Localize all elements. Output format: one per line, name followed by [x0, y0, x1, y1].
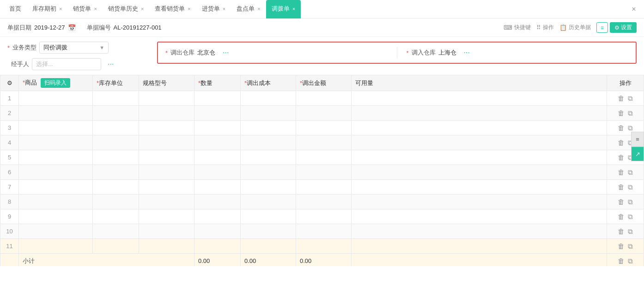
row-qty[interactable] [194, 106, 241, 121]
row-cost[interactable] [241, 224, 296, 239]
row-amount[interactable] [296, 135, 352, 150]
row-qty[interactable] [194, 135, 241, 150]
row-unit[interactable] [93, 224, 139, 239]
row-unit[interactable] [93, 91, 139, 106]
row-qty[interactable] [194, 195, 241, 209]
target-warehouse-more-icon[interactable]: ··· [464, 49, 470, 57]
row-spec[interactable] [139, 91, 194, 106]
row-amount[interactable] [296, 106, 352, 121]
row-qty[interactable] [194, 121, 241, 135]
row-unit[interactable] [93, 180, 139, 195]
copy-row-icon[interactable]: ⧉ [627, 183, 634, 191]
row-cost[interactable] [241, 135, 296, 150]
col-settings[interactable]: ⚙ [0, 75, 19, 91]
subtotal-copy-icon[interactable]: ⧉ [627, 257, 634, 265]
delete-row-icon[interactable]: 🗑 [617, 227, 626, 235]
tab-purchase[interactable]: 进货单 × [196, 0, 231, 18]
row-cost[interactable] [241, 180, 296, 195]
row-cost[interactable] [241, 165, 296, 180]
close-icon[interactable]: × [59, 6, 62, 12]
delete-row-icon[interactable]: 🗑 [617, 213, 626, 220]
tab-transfer[interactable]: 调拨单 × [266, 0, 301, 18]
row-product[interactable] [19, 195, 93, 209]
row-qty[interactable] [194, 209, 241, 224]
delete-row-icon[interactable]: 🗑 [617, 124, 626, 132]
row-cost[interactable] [241, 91, 296, 106]
row-product[interactable] [19, 165, 93, 180]
row-cost[interactable] [241, 150, 296, 165]
row-product[interactable] [19, 209, 93, 224]
row-spec[interactable] [139, 209, 194, 224]
tab-sales[interactable]: 销货单 × [67, 0, 102, 18]
row-spec[interactable] [139, 106, 194, 121]
tab-bar-close-btn[interactable]: × [627, 3, 640, 16]
close-icon[interactable]: × [223, 6, 225, 12]
row-spec[interactable] [139, 195, 194, 209]
copy-row-icon[interactable]: ⧉ [627, 242, 634, 250]
subtotal-delete-icon[interactable]: 🗑 [617, 257, 626, 265]
row-qty[interactable] [194, 180, 241, 195]
row-unit[interactable] [93, 150, 139, 165]
copy-row-icon[interactable]: ⧉ [627, 124, 634, 132]
row-spec[interactable] [139, 165, 194, 180]
close-icon[interactable]: × [257, 6, 260, 12]
row-cost[interactable] [241, 195, 296, 209]
row-unit[interactable] [93, 195, 139, 209]
copy-row-icon[interactable]: ⧉ [627, 109, 634, 117]
tab-inventory[interactable]: 盘点单 × [231, 0, 266, 18]
row-product[interactable] [19, 135, 93, 150]
close-icon[interactable]: × [188, 6, 190, 12]
row-qty[interactable] [194, 224, 241, 239]
scan-btn[interactable]: 扫码录入 [41, 78, 70, 88]
close-icon[interactable]: × [141, 6, 144, 12]
business-type-select[interactable]: 同价调拨 ▼ [39, 42, 109, 54]
calendar-icon[interactable]: 📅 [68, 24, 76, 31]
delete-row-icon[interactable]: 🗑 [617, 94, 626, 102]
row-product[interactable] [19, 150, 93, 165]
row-amount[interactable] [296, 180, 352, 195]
row-amount[interactable] [296, 239, 352, 254]
copy-row-icon[interactable]: ⧉ [627, 213, 634, 220]
row-amount[interactable] [296, 121, 352, 135]
row-amount[interactable] [296, 150, 352, 165]
row-spec[interactable] [139, 239, 194, 254]
tab-stock-init[interactable]: 库存期初 × [27, 0, 67, 18]
row-spec[interactable] [139, 135, 194, 150]
close-icon[interactable]: × [292, 6, 295, 12]
row-spec[interactable] [139, 121, 194, 135]
delete-row-icon[interactable]: 🗑 [617, 109, 626, 117]
row-spec[interactable] [139, 224, 194, 239]
row-amount[interactable] [296, 209, 352, 224]
row-cost[interactable] [241, 106, 296, 121]
copy-row-icon[interactable]: ⧉ [627, 168, 634, 176]
close-icon[interactable]: × [94, 6, 97, 12]
row-product[interactable] [19, 121, 93, 135]
row-amount[interactable] [296, 224, 352, 239]
row-product[interactable] [19, 91, 93, 106]
handler-more-icon[interactable]: ··· [108, 60, 114, 68]
row-cost[interactable] [241, 121, 296, 135]
layout-btn-1[interactable]: ≡ [596, 22, 608, 33]
row-unit[interactable] [93, 135, 139, 150]
row-unit[interactable] [93, 239, 139, 254]
copy-row-icon[interactable]: ⧉ [627, 198, 634, 206]
copy-row-icon[interactable]: ⧉ [627, 227, 634, 235]
row-qty[interactable] [194, 150, 241, 165]
row-unit[interactable] [93, 121, 139, 135]
row-product[interactable] [19, 224, 93, 239]
handler-select[interactable]: 选择... [32, 58, 101, 70]
row-product[interactable] [19, 180, 93, 195]
shortcuts-btn[interactable]: ⌨ 快捷键 [504, 24, 531, 31]
row-qty[interactable] [194, 91, 241, 106]
right-toolbar-export-btn[interactable]: ↗ [631, 146, 644, 161]
delete-row-icon[interactable]: 🗑 [617, 153, 626, 161]
delete-row-icon[interactable]: 🗑 [617, 168, 626, 176]
row-cost[interactable] [241, 239, 296, 254]
delete-row-icon[interactable]: 🗑 [617, 183, 626, 191]
row-qty[interactable] [194, 239, 241, 254]
row-amount[interactable] [296, 165, 352, 180]
delete-row-icon[interactable]: 🗑 [617, 139, 626, 146]
history-btn[interactable]: 📋 历史单据 [559, 24, 591, 31]
row-amount[interactable] [296, 195, 352, 209]
row-spec[interactable] [139, 180, 194, 195]
